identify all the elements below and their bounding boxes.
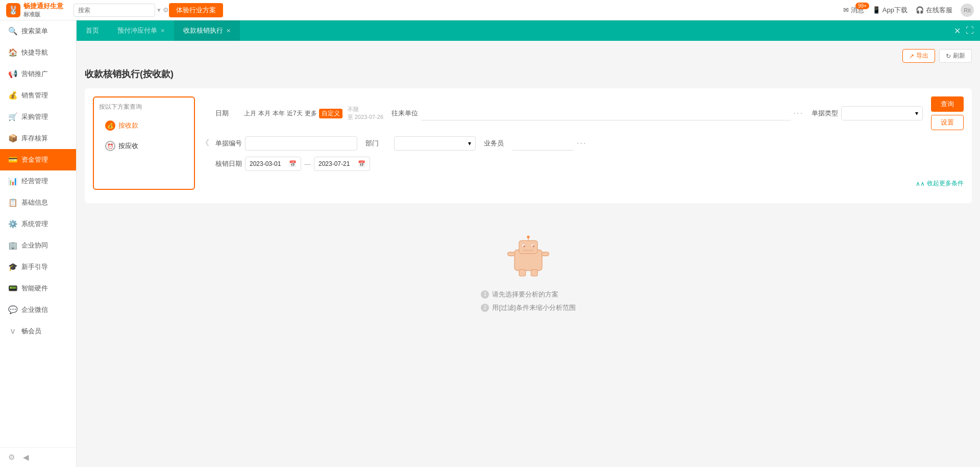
content-area: 首页 预付冲应付单 ✕ 收款核销执行 ✕ ✕ ⛶ ↗ 导出	[77, 20, 980, 467]
doc-type-select[interactable]: ▾	[841, 106, 923, 120]
message-btn[interactable]: ✉ 消息 99+	[843, 6, 864, 15]
filter-row-3: 核销日期 2023-03-01 📅 — 2023-07-21 📅	[215, 157, 964, 171]
filter-row-2: 单据编号 部门 ▾	[215, 136, 964, 151]
collapse-filter-btn[interactable]: 《	[200, 96, 210, 190]
tab-bar-actions: ✕ ⛶	[948, 20, 980, 41]
tab-prepay[interactable]: 预付冲应付单 ✕	[108, 20, 174, 41]
filter-row-1: 日期 上月 本月 本年 近7天 更多 自定义	[215, 96, 964, 130]
sidebar-item-marketing[interactable]: 📢 营销推广	[0, 63, 76, 85]
page-title: 收款核销执行(按收款)	[85, 68, 972, 80]
sidebar-item-label: 采购管理	[21, 112, 48, 121]
sidebar-item-label: 新手引导	[21, 262, 48, 272]
sidebar-item-system[interactable]: ⚙️ 系统管理	[0, 213, 76, 235]
top-bar-mid: 体验行业方案	[169, 3, 843, 17]
top-bar-right: ✉ 消息 99+ 📱 App下载 🎧 在线客服 Rit	[843, 4, 974, 17]
operation-icon: 📊	[8, 177, 17, 186]
shortcut-custom[interactable]: 自定义	[319, 109, 342, 118]
sidebar-item-label: 搜索菜单	[21, 27, 48, 36]
main-layout: 🔍 搜索菜单 🏠 快捷导航 📢 营销推广 💰 销售管理 🛒 采购管理 📦 库存核…	[0, 20, 980, 467]
empty-illustration	[505, 234, 551, 280]
tab-prepay-close[interactable]: ✕	[160, 28, 165, 34]
industry-btn[interactable]: 体验行业方案	[169, 3, 223, 17]
verify-date-end-input[interactable]: 2023-07-21 📅	[314, 157, 370, 171]
search-input[interactable]	[74, 4, 155, 17]
staff-dots[interactable]: ···	[577, 139, 586, 148]
sidebar-item-label: 企业协同	[21, 241, 48, 250]
shortcut-last-month[interactable]: 上月	[244, 109, 256, 118]
svg-rect-12	[531, 269, 537, 276]
refresh-icon: ↻	[946, 53, 951, 60]
tab-receipt-verify-close[interactable]: ✕	[226, 28, 231, 34]
shortcut-more[interactable]: 更多	[305, 109, 317, 118]
export-btn[interactable]: ↗ 导出	[902, 49, 935, 63]
tab-close-all-icon[interactable]: ✕	[954, 26, 961, 36]
guide-icon: 🎓	[8, 262, 17, 272]
filter-option-by-receipt[interactable]: 💰 按收款	[99, 116, 189, 135]
settings-btn[interactable]: 设置	[931, 115, 964, 130]
online-service-btn[interactable]: 🎧 在线客服	[916, 6, 952, 15]
date-field: 日期 上月 本月 本年 近7天 更多 自定义	[215, 106, 383, 121]
sidebar-item-label: 基础信息	[21, 198, 48, 207]
shortcut-this-year[interactable]: 本年	[273, 109, 285, 118]
sidebar-item-purchase[interactable]: 🛒 采购管理	[0, 106, 76, 128]
tip-item-1: 1 请先选择要分析的方案	[481, 288, 575, 301]
inventory-icon: 📦	[8, 134, 17, 143]
doc-no-field: 单据编号	[215, 136, 357, 151]
sidebar-item-label: 销售管理	[21, 91, 48, 100]
finance-icon: 💳	[8, 155, 17, 164]
search-area: ▾ ⚙	[74, 4, 169, 17]
app-title: 畅捷通好生意	[23, 2, 63, 11]
doc-no-input[interactable]	[245, 136, 357, 151]
sidebar-collapse-icon[interactable]: ◀	[23, 453, 29, 462]
dept-select[interactable]: ▾	[394, 136, 476, 151]
staff-label: 业务员	[484, 139, 509, 148]
sidebar-item-member[interactable]: V 畅会员	[0, 321, 76, 342]
counterpart-input[interactable]	[421, 106, 791, 120]
user-area[interactable]: Rit	[961, 4, 974, 17]
refresh-btn[interactable]: ↻ 刷新	[939, 49, 972, 63]
staff-field: 业务员 ···	[484, 136, 586, 151]
export-icon: ↗	[909, 53, 914, 60]
empty-state: 1 请先选择要分析的方案 2 用[过滤]条件来缩小分析范围	[85, 203, 972, 345]
sidebar-item-sales[interactable]: 💰 销售管理	[0, 85, 76, 106]
dept-label: 部门	[365, 139, 391, 148]
sidebar-item-hardware[interactable]: 📟 智能硬件	[0, 278, 76, 299]
logo-icon: 🐰	[6, 3, 20, 17]
svg-point-7	[527, 236, 529, 238]
shortcut-this-month[interactable]: 本月	[258, 109, 271, 118]
shortcut-7days[interactable]: 近7天	[287, 109, 303, 118]
date-no-limit: 不限 至 2023-07-26	[348, 106, 383, 121]
svg-rect-11	[519, 269, 526, 276]
tab-home[interactable]: 首页	[77, 20, 108, 41]
staff-input[interactable]	[512, 136, 574, 151]
sidebar-item-search-menu[interactable]: 🔍 搜索菜单	[0, 20, 76, 42]
sidebar-item-basic[interactable]: 📋 基础信息	[0, 192, 76, 213]
counterpart-dots[interactable]: ···	[794, 109, 803, 117]
sidebar-item-guide[interactable]: 🎓 新手引导	[0, 256, 76, 278]
app-download-btn[interactable]: 📱 App下载	[872, 6, 908, 15]
sidebar-item-inventory[interactable]: 📦 库存核算	[0, 128, 76, 149]
tab-expand-icon[interactable]: ⛶	[966, 26, 974, 35]
svg-rect-9	[508, 252, 515, 256]
sidebar-item-quick-nav[interactable]: 🏠 快捷导航	[0, 42, 76, 63]
tab-receipt-verify[interactable]: 收款核销执行 ✕	[174, 20, 240, 41]
sidebar-item-label: 经营管理	[21, 177, 48, 186]
sidebar-item-label: 库存核算	[21, 134, 48, 143]
filter-rows: 日期 上月 本月 本年 近7天 更多 自定义	[215, 96, 964, 190]
settings-icon[interactable]: ⚙	[163, 6, 169, 14]
sidebar-item-operation[interactable]: 📊 经营管理	[0, 170, 76, 192]
collapse-more-icon: ∧∧	[916, 180, 925, 187]
dropdown-icon[interactable]: ▾	[157, 6, 161, 14]
sidebar-item-finance[interactable]: 💳 资金管理	[0, 149, 76, 170]
phone-icon: 📱	[872, 6, 880, 14]
collapse-more-btn[interactable]: ∧∧ 收起更多条件	[215, 177, 964, 190]
sidebar-bottom: ⚙ ◀	[0, 447, 76, 467]
sidebar-item-cooperation[interactable]: 🏢 企业协同	[0, 235, 76, 256]
sidebar-item-wechat[interactable]: 💬 企业微信	[0, 299, 76, 321]
sidebar-settings-icon[interactable]: ⚙	[8, 453, 15, 462]
query-btn[interactable]: 查询	[931, 96, 964, 112]
tip-num-1: 1	[481, 290, 489, 299]
sidebar-item-label: 系统管理	[21, 219, 48, 229]
filter-option-by-receivable[interactable]: ⏰ 按应收	[99, 137, 189, 155]
verify-date-start-input[interactable]: 2023-03-01 📅	[245, 157, 301, 171]
